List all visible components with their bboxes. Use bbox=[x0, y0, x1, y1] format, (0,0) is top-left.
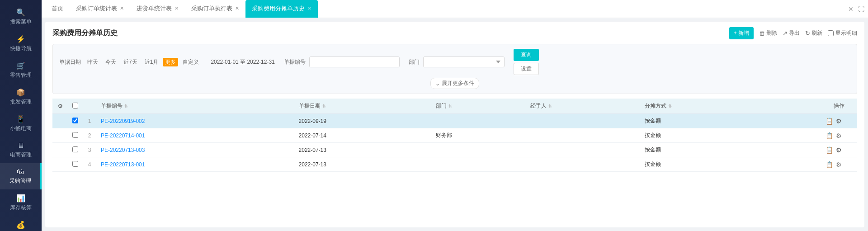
chevron-down-icon: ⌄ bbox=[435, 80, 440, 87]
view-icon-0[interactable]: 📋 bbox=[826, 118, 833, 125]
th-doc-date: 单据日期⇅ bbox=[294, 99, 431, 114]
custom-btn[interactable]: 自定义 bbox=[180, 57, 202, 67]
th-dept: 部门⇅ bbox=[431, 99, 526, 114]
tab-label-purchase-cost-split: 采购费用分摊单历史 bbox=[252, 5, 305, 13]
tab-purchase-order-stats[interactable]: 采购订单统计表✕ bbox=[70, 0, 130, 18]
date-label: 单据日期 bbox=[59, 58, 81, 66]
month-btn[interactable]: 近1月 bbox=[142, 57, 161, 67]
doc-no-input[interactable] bbox=[309, 57, 400, 67]
more-icon-2[interactable]: ⚙ bbox=[836, 146, 842, 154]
expand-row: ⌄ 展开更多条件 bbox=[59, 78, 850, 89]
refresh-button[interactable]: ↻ 刷新 bbox=[805, 29, 822, 37]
tab-home[interactable]: 首页 bbox=[45, 0, 70, 18]
sidebar-label-inventory: 库存核算 bbox=[10, 204, 32, 212]
export-button[interactable]: ↗ 导出 bbox=[783, 29, 800, 37]
doc-no-link-1[interactable]: PE-20220714-001 bbox=[101, 132, 145, 139]
row-cb-1[interactable] bbox=[72, 132, 78, 138]
tab-home-label: 首页 bbox=[52, 5, 63, 13]
sidebar-item-finance[interactable]: 💰资金管理 bbox=[0, 216, 42, 231]
sidebar-icon-ecommerce: 🖥 bbox=[17, 141, 24, 150]
tab-bar-controls: ✕⛶ bbox=[848, 5, 864, 13]
week-btn[interactable]: 近7天 bbox=[121, 57, 140, 67]
view-icon-1[interactable]: 📋 bbox=[826, 132, 833, 139]
row-action-0: 📋 ⚙ bbox=[821, 114, 857, 128]
show-columns-checkbox[interactable] bbox=[828, 30, 834, 36]
more-icon-1[interactable]: ⚙ bbox=[836, 132, 842, 139]
row-cb-2[interactable] bbox=[72, 146, 78, 152]
expand-button[interactable]: ⌄ 展开更多条件 bbox=[430, 78, 479, 89]
sidebar-icon-inventory: 📊 bbox=[16, 194, 25, 203]
sidebar-label-ecommerce: 电商管理 bbox=[10, 151, 32, 159]
row-num-2: 3 bbox=[83, 143, 96, 157]
gear-col-icon[interactable]: ⚙ bbox=[58, 103, 63, 109]
sidebar: 🔍搜索菜单⚡快捷导航🛒零售管理📦批发管理📱小畅电商🖥电商管理🛍采购管理📊库存核算… bbox=[0, 0, 42, 231]
sort-date[interactable]: ⇅ bbox=[322, 104, 326, 108]
row-handler-1 bbox=[526, 128, 640, 143]
sidebar-label-purchase: 采购管理 bbox=[9, 177, 31, 185]
tab-purchase-order-exec[interactable]: 采购订单执行表✕ bbox=[185, 0, 245, 18]
sort-split[interactable]: ⇅ bbox=[668, 104, 672, 108]
row-action-1: 📋 ⚙ bbox=[821, 128, 857, 143]
tab-purchase-cost-split[interactable]: 采购费用分摊单历史✕ bbox=[245, 0, 318, 18]
query-button[interactable]: 查询 bbox=[514, 49, 539, 61]
doc-no-field: 单据编号 bbox=[284, 57, 400, 67]
sidebar-item-shortcut[interactable]: ⚡快捷导航 bbox=[0, 30, 42, 57]
date-shortcuts: 昨天 今天 近7天 近1月 更多 自定义 bbox=[85, 57, 202, 67]
dept-select[interactable] bbox=[423, 57, 505, 67]
row-cb-3[interactable] bbox=[72, 161, 78, 167]
th-handler: 经手人⇅ bbox=[526, 99, 640, 114]
yesterday-btn[interactable]: 昨天 bbox=[85, 57, 101, 67]
view-icon-2[interactable]: 📋 bbox=[826, 146, 833, 154]
tab-inbound-stats[interactable]: 进货单统计表✕ bbox=[130, 0, 185, 18]
th-num bbox=[83, 99, 96, 114]
sort-dept[interactable]: ⇅ bbox=[448, 104, 452, 108]
more-icon-3[interactable]: ⚙ bbox=[836, 161, 842, 168]
select-all-checkbox[interactable] bbox=[72, 103, 78, 108]
row-action-2: 📋 ⚙ bbox=[821, 143, 857, 157]
sidebar-item-inventory[interactable]: 📊库存核算 bbox=[0, 189, 42, 216]
row-split-0: 按金额 bbox=[640, 114, 821, 128]
tab-close-purchase-cost-split[interactable]: ✕ bbox=[307, 5, 311, 11]
sidebar-item-mini[interactable]: 📱小畅电商 bbox=[0, 110, 42, 137]
table-row: 1 PE-20220919-002 2022-09-19 按金额 📋 ⚙ bbox=[52, 114, 857, 128]
tab-close-purchase-order-stats[interactable]: ✕ bbox=[120, 5, 124, 11]
sidebar-icon-purchase: 🛍 bbox=[17, 168, 24, 176]
more-btn[interactable]: 更多 bbox=[163, 58, 178, 66]
row-date-1: 2022-07-14 bbox=[294, 128, 431, 143]
tab-close-inbound-stats[interactable]: ✕ bbox=[175, 5, 179, 11]
sidebar-item-purchase[interactable]: 🛍采购管理 bbox=[0, 163, 42, 189]
doc-no-link-3[interactable]: PE-20220713-001 bbox=[101, 161, 145, 168]
set-button[interactable]: 设置 bbox=[514, 63, 539, 75]
row-dept-3 bbox=[431, 157, 526, 172]
sidebar-item-retail[interactable]: 🛒零售管理 bbox=[0, 57, 42, 84]
view-icon-3[interactable]: 📋 bbox=[826, 161, 833, 168]
delete-button[interactable]: 🗑 删除 bbox=[759, 29, 777, 37]
close-window-icon[interactable]: ✕ bbox=[848, 5, 854, 13]
row-gear-2 bbox=[52, 143, 68, 157]
th-doc-no: 单据编号⇅ bbox=[96, 99, 294, 114]
add-button[interactable]: + 新增 bbox=[729, 27, 754, 39]
doc-no-link-2[interactable]: PE-20220713-003 bbox=[101, 147, 145, 153]
table-row: 2 PE-20220714-001 2022-07-14 财务部 按金额 📋 ⚙ bbox=[52, 128, 857, 143]
row-cb-0[interactable] bbox=[72, 118, 78, 123]
sidebar-icon-shortcut: ⚡ bbox=[16, 35, 25, 43]
row-doc-no-3: PE-20220713-001 bbox=[96, 157, 294, 172]
sort-doc-no[interactable]: ⇅ bbox=[124, 104, 128, 108]
export-icon: ↗ bbox=[783, 30, 788, 37]
refresh-icon: ↻ bbox=[805, 30, 810, 37]
sidebar-item-search[interactable]: 🔍搜索菜单 bbox=[0, 4, 42, 30]
sidebar-label-search: 搜索菜单 bbox=[10, 18, 32, 26]
row-checkbox-cell-1 bbox=[68, 128, 83, 143]
sort-handler[interactable]: ⇅ bbox=[548, 104, 552, 108]
sidebar-item-ecommerce[interactable]: 🖥电商管理 bbox=[0, 137, 42, 163]
maximize-icon[interactable]: ⛶ bbox=[858, 5, 864, 13]
tab-label-inbound-stats: 进货单统计表 bbox=[137, 5, 172, 13]
row-checkbox-cell-2 bbox=[68, 143, 83, 157]
tab-close-purchase-order-exec[interactable]: ✕ bbox=[235, 5, 239, 11]
today-btn[interactable]: 今天 bbox=[103, 57, 119, 67]
doc-no-link-0[interactable]: PE-20220919-002 bbox=[101, 118, 145, 124]
show-columns-toggle[interactable]: 显示明细 bbox=[828, 29, 857, 37]
main-area: 首页采购订单统计表✕进货单统计表✕采购订单执行表✕采购费用分摊单历史✕✕⛶ 采购… bbox=[42, 0, 868, 231]
sidebar-item-wholesale[interactable]: 📦批发管理 bbox=[0, 84, 42, 110]
more-icon-0[interactable]: ⚙ bbox=[836, 118, 842, 125]
